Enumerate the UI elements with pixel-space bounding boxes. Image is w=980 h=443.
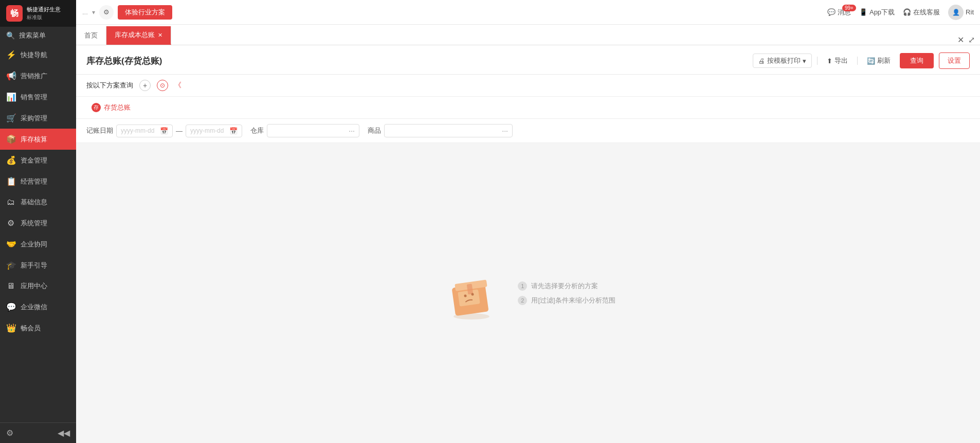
sidebar-item-sales[interactable]: 📊 销售管理: [0, 86, 76, 108]
tab-close-icon[interactable]: ✕: [158, 32, 162, 39]
tab-bar-expand-icon[interactable]: ⤢: [968, 35, 975, 45]
messages-button[interactable]: 💬 消息 99+: [827, 8, 851, 17]
sidebar-item-purchase[interactable]: 🛒 采购管理: [0, 108, 76, 129]
product-more-icon: ···: [502, 127, 508, 135]
refresh-button[interactable]: 🔄 刷新: [863, 54, 895, 67]
filter-arrow-icon[interactable]: 《: [174, 81, 182, 90]
user-avatar-button[interactable]: 👤 Rit: [948, 5, 974, 20]
footer-collapse-icon[interactable]: ◀◀: [58, 428, 70, 438]
operation-icon: 📋: [6, 176, 15, 186]
sidebar-footer: ⚙ ◀◀: [0, 422, 76, 443]
topbar-right: 💬 消息 99+ 📱 App下载 🎧 在线客服 👤 Rit: [827, 5, 974, 20]
headset-icon: 🎧: [903, 8, 911, 16]
sidebar-logo: 畅 畅捷通好生意 标准版: [0, 0, 76, 27]
scheme-icon: 存: [92, 103, 101, 112]
gear-icon: ⚙: [103, 8, 110, 16]
sidebar-item-label: 采购管理: [21, 114, 47, 123]
print-button[interactable]: 🖨 按模板打印 ▾: [753, 54, 812, 68]
footer-settings-icon[interactable]: ⚙: [6, 428, 13, 438]
sidebar-item-label: 企业协同: [21, 240, 47, 249]
sidebar-item-guide[interactable]: 🎓 新手引导: [0, 255, 76, 276]
print-icon: 🖨: [758, 57, 765, 65]
more-icon: ···: [349, 127, 355, 135]
print-chevron-icon: ▾: [803, 57, 806, 65]
sidebar-item-operation[interactable]: 📋 经营管理: [0, 171, 76, 192]
date-filter-group: 记账日期 yyyy-mm-dd 📅 — yyyy-mm-dd 📅: [86, 125, 242, 137]
wechat-icon: 💬: [6, 302, 15, 312]
online-service-label: 在线客服: [913, 8, 940, 17]
tip-text-2: 用[过滤]条件来缩小分析范围: [531, 296, 615, 305]
topbar-settings-button[interactable]: ⚙: [99, 5, 114, 20]
app-download-button[interactable]: 📱 App下载: [859, 8, 895, 17]
quick-nav-icon: ⚡: [6, 50, 15, 60]
sidebar-menu: ⚡ 快捷导航 📢 营销推广 📊 销售管理 🛒 采购管理 📦 库存核算 💰 资金管…: [0, 44, 76, 422]
empty-tip-2: 2 用[过滤]条件来缩小分析范围: [518, 296, 615, 305]
message-icon: 💬: [827, 8, 836, 16]
export-button[interactable]: ⬆ 导出: [823, 54, 852, 67]
sidebar-item-quick-nav[interactable]: ⚡ 快捷导航: [0, 44, 76, 65]
sidebar-item-label: 库存核算: [21, 135, 47, 144]
warehouse-select[interactable]: ···: [267, 124, 359, 137]
divider2: [857, 57, 858, 65]
page-header: 库存总账(存货总账) 🖨 按模板打印 ▾ ⬆ 导出 🔄: [76, 45, 980, 75]
scheme-area: 存 存货总账: [76, 97, 980, 119]
empty-state: 1 请先选择要分析的方案 2 用[过滤]条件来缩小分析范围: [441, 262, 615, 324]
sidebar-item-label: 营销推广: [21, 72, 47, 81]
warehouse-label: 仓库: [250, 126, 264, 135]
sidebar-item-marketing[interactable]: 📢 营销推广: [0, 65, 76, 86]
sidebar-item-system[interactable]: ⚙ 系统管理: [0, 212, 76, 234]
topbar: ... ▾ ⚙ 体验行业方案 💬 消息 99+ 📱 App下载 🎧 在线客服: [76, 0, 980, 25]
username-label: Rit: [966, 8, 974, 16]
tab-bar-close-icon[interactable]: ✕: [957, 35, 964, 45]
sidebar-item-cooperation[interactable]: 🤝 企业协同: [0, 234, 76, 255]
sidebar-item-label: 新手引导: [21, 261, 47, 270]
filter-add-button[interactable]: +: [139, 80, 151, 91]
sidebar-item-label: 资金管理: [21, 156, 47, 165]
page-body: 库存总账(存货总账) 🖨 按模板打印 ▾ ⬆ 导出 🔄: [76, 45, 980, 443]
tabs-bar: 首页 库存成本总账 ✕ ✕ ⤢: [76, 25, 980, 45]
date-start-placeholder: yyyy-mm-dd: [121, 127, 154, 134]
sidebar-item-app-center[interactable]: 🖥 应用中心: [0, 276, 76, 296]
date-end-input[interactable]: yyyy-mm-dd 📅: [186, 125, 242, 137]
sidebar-search[interactable]: 🔍 搜索菜单: [0, 27, 76, 44]
sidebar-item-finance[interactable]: 💰 资金管理: [0, 150, 76, 171]
sidebar-item-label: 基础信息: [21, 198, 47, 207]
breadcrumb-chevron-icon[interactable]: ▾: [92, 9, 95, 16]
basic-icon: 🗂: [6, 198, 15, 207]
sidebar-item-label: 畅会员: [21, 324, 41, 333]
filter-inputs: 记账日期 yyyy-mm-dd 📅 — yyyy-mm-dd 📅 仓库 ···: [76, 119, 980, 143]
purchase-icon: 🛒: [6, 113, 15, 123]
sidebar-item-wechat[interactable]: 💬 企业微信: [0, 296, 76, 317]
main-area: ... ▾ ⚙ 体验行业方案 💬 消息 99+ 📱 App下载 🎧 在线客服: [76, 0, 980, 443]
sidebar-item-label: 快捷导航: [21, 50, 47, 60]
filter-collapse-button[interactable]: ⊙: [157, 80, 168, 91]
sidebar-item-inventory[interactable]: 📦 库存核算: [0, 129, 76, 150]
sales-icon: 📊: [6, 92, 15, 102]
tab-home[interactable]: 首页: [76, 26, 106, 45]
date-start-input[interactable]: yyyy-mm-dd 📅: [116, 125, 173, 137]
tab-inventory-ledger[interactable]: 库存成本总账 ✕: [106, 26, 171, 45]
page-title: 库存总账(存货总账): [86, 55, 162, 67]
topbar-left: ... ▾ ⚙ 体验行业方案: [82, 5, 172, 20]
filter-area: 按以下方案查询 + ⊙ 《: [76, 75, 980, 97]
empty-tips: 1 请先选择要分析的方案 2 用[过滤]条件来缩小分析范围: [518, 281, 615, 305]
sidebar-search-label: 搜索菜单: [19, 31, 46, 40]
avatar: 👤: [948, 5, 964, 20]
content-area: 1 请先选择要分析的方案 2 用[过滤]条件来缩小分析范围: [76, 143, 980, 443]
app-name: 畅捷通好生意: [27, 6, 61, 13]
sidebar-item-vip[interactable]: 👑 畅会员: [0, 317, 76, 339]
online-service-button[interactable]: 🎧 在线客服: [903, 8, 940, 17]
product-select[interactable]: ···: [384, 124, 513, 137]
settings-button[interactable]: 设置: [939, 52, 970, 69]
query-button[interactable]: 查询: [900, 53, 934, 68]
empty-tip-1: 1 请先选择要分析的方案: [518, 281, 615, 291]
scheme-item[interactable]: 存 存货总账: [86, 101, 136, 114]
sidebar-item-label: 经营管理: [21, 177, 47, 186]
page-header-actions: 🖨 按模板打印 ▾ ⬆ 导出 🔄 刷新 查询 设置: [753, 52, 970, 69]
export-icon: ⬆: [827, 57, 832, 65]
tab-label: 库存成本总账: [115, 30, 155, 40]
industry-solution-button[interactable]: 体验行业方案: [118, 5, 172, 20]
app-download-label: App下载: [869, 8, 895, 17]
scheme-label: 存货总账: [104, 103, 131, 112]
sidebar-item-basic[interactable]: 🗂 基础信息: [0, 192, 76, 212]
